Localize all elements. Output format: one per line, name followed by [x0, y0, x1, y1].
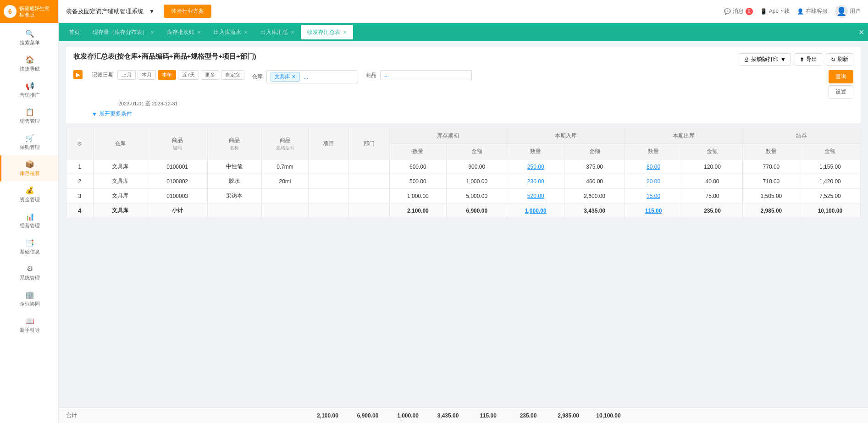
- row-in-qty[interactable]: 230.00: [507, 174, 564, 189]
- right-actions: 🖨 拔锁版打印 ▼ ⬆ 导出 ↻ 刷新: [739, 53, 853, 66]
- tab-batch-ledger[interactable]: 库存批次账 ✕: [160, 25, 207, 39]
- row-code: 0100001: [147, 159, 208, 174]
- sidebar: 6 畅捷通好生意 标准版 🔍 搜索菜单 🏠 快捷导航 📢 营销推广 📋 销售管理…: [0, 0, 59, 423]
- tab-close-inout-flow[interactable]: ✕: [244, 30, 248, 35]
- sidebar-item-purchase[interactable]: 🛒 采购管理: [0, 129, 58, 155]
- last-7-days-btn[interactable]: 近7天: [178, 70, 199, 80]
- operations-icon: 📊: [25, 212, 34, 221]
- total-bal-amt: 10,100.00: [588, 412, 629, 419]
- tab-bar: 首页 现存量（库存分布表） ✕ 库存批次账 ✕ 出入库流水 ✕ 出入库汇总 ✕ …: [59, 23, 868, 41]
- bal-qty-header: 数量: [743, 144, 800, 159]
- row-out-amt: 75.00: [682, 189, 742, 203]
- this-month-btn[interactable]: 本月: [138, 70, 156, 80]
- experience-btn[interactable]: 体验行业方案: [164, 5, 211, 18]
- data-table: ⚙ 仓库 商品编码 商品名称 商品规格型号 项目 部门 库存期初 本期入库 本期…: [66, 128, 861, 218]
- row-open-qty: 1,000.00: [389, 189, 447, 203]
- table-settings-header[interactable]: ⚙: [66, 128, 94, 159]
- system-icon: ⚙: [27, 264, 33, 273]
- row-bal-amt: 1,420.00: [800, 174, 860, 189]
- table-row: 1 文具库 0100001 中性笔 0.7mm 600.00 900.00 25…: [66, 159, 861, 174]
- row-project: [309, 189, 349, 203]
- last-month-btn[interactable]: 上月: [117, 70, 136, 80]
- sidebar-item-enterprise[interactable]: 🏢 企业协同: [0, 286, 58, 312]
- tab-inout-summary[interactable]: 出入库汇总 ✕: [254, 25, 301, 39]
- warehouse-more-btn[interactable]: ...: [304, 74, 308, 80]
- warehouse-input[interactable]: 文具库 ✕ ...: [266, 70, 358, 83]
- date-label: 记账日期: [92, 71, 114, 79]
- subtotal-label: 小计: [147, 203, 208, 218]
- sidebar-item-system[interactable]: ⚙ 系统管理: [0, 260, 58, 286]
- subtotal-warehouse: 文具库: [93, 203, 147, 218]
- sidebar-item-basic-info[interactable]: 📑 基础信息: [0, 234, 58, 260]
- sidebar-logo: 6 畅捷通好生意 标准版: [0, 0, 58, 23]
- tab-bar-close[interactable]: ✕: [858, 28, 864, 37]
- query-btn[interactable]: 查询: [829, 70, 853, 83]
- row-open-qty: 500.00: [389, 174, 447, 189]
- warehouse-tag: 文具库 ✕: [271, 72, 300, 82]
- date-range-display: 2023-01-01 至 2023-12-31: [118, 100, 853, 107]
- row-code: 0100002: [147, 174, 208, 189]
- row-out-qty[interactable]: 80.00: [625, 159, 682, 174]
- tab-close-inventory-dist[interactable]: ✕: [150, 30, 154, 35]
- online-service-btn[interactable]: 👤 在线客服: [797, 7, 828, 15]
- row-bal-qty: 1,505.00: [743, 189, 800, 203]
- refresh-btn[interactable]: ↻ 刷新: [826, 53, 853, 66]
- row-out-qty[interactable]: 15.00: [625, 189, 682, 203]
- sidebar-item-finance[interactable]: 💰 资金管理: [0, 181, 58, 208]
- tab-close-batch-ledger[interactable]: ✕: [197, 30, 201, 35]
- main-content: 收发存汇总表(按仓库+商品编码+商品+规格型号+项目+部门) 🖨 拔锁版打印 ▼…: [59, 41, 868, 423]
- row-name: 中性笔: [208, 159, 261, 174]
- tag-close-icon[interactable]: ✕: [292, 74, 296, 80]
- custom-date-btn[interactable]: 自定义: [221, 70, 244, 80]
- in-amt-header: 金额: [564, 144, 625, 159]
- spec-col-header: 商品规格型号: [261, 128, 309, 159]
- sidebar-item-marketing[interactable]: 📢 营销推广: [0, 77, 58, 103]
- message-badge: 6: [746, 8, 753, 15]
- product-more-btn[interactable]: ...: [384, 72, 389, 78]
- sidebar-item-search[interactable]: 🔍 搜索菜单: [0, 25, 58, 51]
- tab-home[interactable]: 首页: [62, 25, 86, 39]
- total-open-qty: 2,100.00: [308, 412, 347, 419]
- row-in-qty[interactable]: 520.00: [507, 189, 564, 203]
- row-dept: [349, 159, 389, 174]
- sales-icon: 📋: [25, 108, 34, 116]
- expand-conditions-btn[interactable]: ▼ 展开更多条件: [92, 110, 853, 118]
- product-input[interactable]: ...: [380, 70, 472, 80]
- dropdown-icon: ▼: [149, 8, 155, 15]
- row-out-qty[interactable]: 20.00: [625, 174, 682, 189]
- tab-close-recv-send-summary[interactable]: ✕: [343, 30, 347, 35]
- row-in-qty[interactable]: 250.00: [507, 159, 564, 174]
- project-col-header: 项目: [309, 128, 349, 159]
- row-num: 2: [66, 174, 94, 189]
- system-dropdown[interactable]: ▼: [149, 8, 155, 15]
- filter-settings-btn[interactable]: 设置: [829, 85, 853, 99]
- row-warehouse: 文具库: [93, 159, 147, 174]
- dept-col-header: 部门: [349, 128, 389, 159]
- tab-inout-flow[interactable]: 出入库流水 ✕: [207, 25, 254, 39]
- chevron-down-icon: ▼: [92, 111, 97, 117]
- sidebar-item-quick-nav[interactable]: 🏠 快捷导航: [0, 51, 58, 77]
- row-spec: 0.7mm: [261, 159, 309, 174]
- tab-recv-send-summary[interactable]: 收发存汇总表 ✕: [301, 25, 353, 39]
- print-btn[interactable]: 🖨 拔锁版打印 ▼: [739, 53, 791, 66]
- product-filter: 商品 ...: [365, 70, 472, 80]
- tab-close-inout-summary[interactable]: ✕: [291, 30, 294, 35]
- tab-inventory-dist[interactable]: 现存量（库存分布表） ✕: [86, 25, 160, 39]
- sidebar-item-sales[interactable]: 📋 销售管理: [0, 103, 58, 129]
- export-icon: ⬆: [800, 56, 804, 63]
- balance-header: 结存: [743, 128, 861, 144]
- sidebar-item-operations[interactable]: 📊 经营管理: [0, 208, 58, 234]
- export-btn[interactable]: ⬆ 导出: [795, 53, 822, 66]
- this-year-btn[interactable]: 本年: [158, 70, 176, 80]
- expand-filter-icon[interactable]: ▶: [73, 70, 83, 79]
- message-btn[interactable]: 💬 消息 6: [724, 7, 753, 15]
- app-download-btn[interactable]: 📱 App下载: [760, 7, 790, 15]
- more-date-btn[interactable]: 更多: [201, 70, 219, 80]
- date-buttons: 上月 本月 本年 近7天 更多 自定义: [117, 70, 244, 80]
- user-menu[interactable]: 👤 用户: [835, 5, 861, 18]
- home-icon: 🏠: [25, 55, 34, 64]
- sidebar-item-newbie[interactable]: 📖 新手引导: [0, 312, 58, 338]
- sidebar-item-inventory[interactable]: 📦 库存核算: [0, 155, 58, 181]
- open-amt-header: 金额: [447, 144, 507, 159]
- warehouse-filter: 仓库 文具库 ✕ ...: [252, 70, 358, 83]
